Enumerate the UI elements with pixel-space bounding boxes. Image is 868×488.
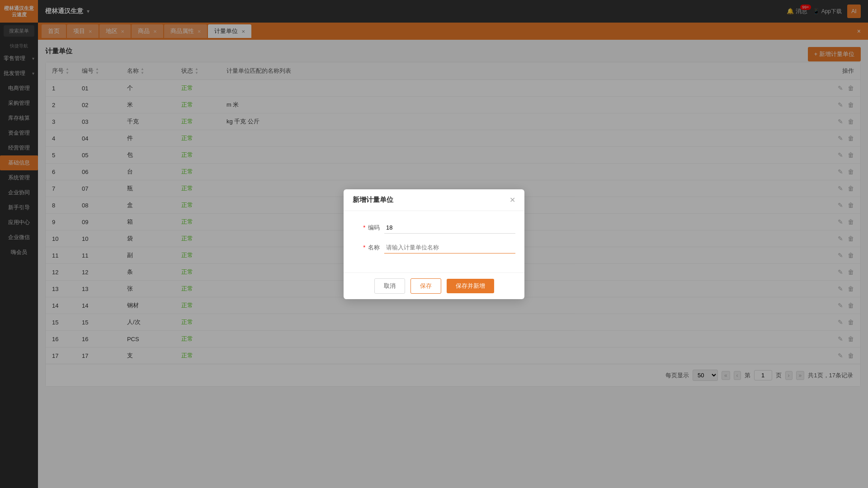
add-unit-modal: 新增计量单位 ✕ * 编码 * 名称 取消 保存 保存并新增 bbox=[344, 189, 524, 299]
modal-title: 新增计量单位 bbox=[353, 196, 393, 204]
modal-header: 新增计量单位 ✕ bbox=[344, 189, 524, 211]
code-label: * 编码 bbox=[353, 224, 380, 232]
save-button[interactable]: 保存 bbox=[410, 278, 441, 294]
code-input[interactable] bbox=[384, 222, 515, 234]
modal-overlay[interactable]: 新增计量单位 ✕ * 编码 * 名称 取消 保存 保存并新增 bbox=[0, 0, 868, 488]
cancel-button[interactable]: 取消 bbox=[374, 278, 405, 294]
modal-footer: 取消 保存 保存并新增 bbox=[344, 272, 524, 299]
modal-body: * 编码 * 名称 bbox=[344, 211, 524, 272]
code-row: * 编码 bbox=[353, 222, 515, 234]
name-label: * 名称 bbox=[353, 244, 380, 252]
name-input[interactable] bbox=[384, 242, 515, 253]
code-required-mark: * bbox=[363, 224, 365, 231]
save-and-new-button[interactable]: 保存并新增 bbox=[447, 279, 494, 293]
modal-close-icon[interactable]: ✕ bbox=[509, 196, 515, 204]
name-required-mark: * bbox=[363, 244, 365, 251]
name-row: * 名称 bbox=[353, 242, 515, 253]
